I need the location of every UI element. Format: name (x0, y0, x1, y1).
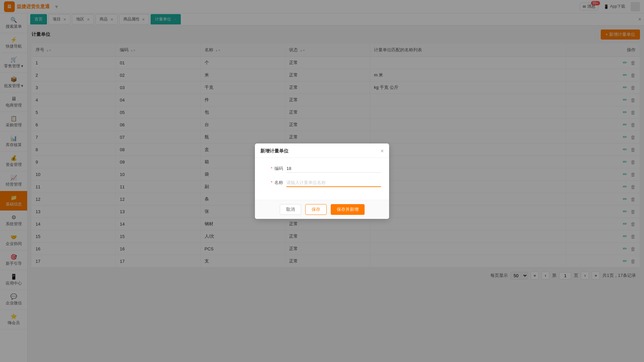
required-mark-name: * (271, 180, 272, 185)
name-input[interactable] (286, 179, 381, 187)
dialog-body: * 编码 * 名称 (255, 158, 389, 200)
dialog-close-button[interactable]: × (381, 148, 384, 154)
save-button[interactable]: 保存 (305, 204, 327, 215)
dialog-title: 新增计量单位 (260, 148, 288, 154)
dialog-footer: 取消 保存 保存并新增 (255, 200, 389, 219)
dialog-overlay: 新增计量单位 × * 编码 * 名称 取消 保存 保存并新增 (0, 0, 644, 362)
dialog-header: 新增计量单位 × (255, 143, 389, 158)
name-label: * 名称 (263, 180, 283, 186)
cancel-button[interactable]: 取消 (280, 204, 301, 215)
required-mark-code: * (271, 166, 272, 171)
code-label: * 编码 (263, 166, 283, 172)
code-input[interactable] (286, 165, 381, 173)
save-new-button[interactable]: 保存并新增 (331, 204, 365, 215)
add-unit-dialog: 新增计量单位 × * 编码 * 名称 取消 保存 保存并新增 (255, 143, 389, 219)
form-row-code: * 编码 (263, 165, 381, 173)
form-row-name: * 名称 (263, 179, 381, 187)
